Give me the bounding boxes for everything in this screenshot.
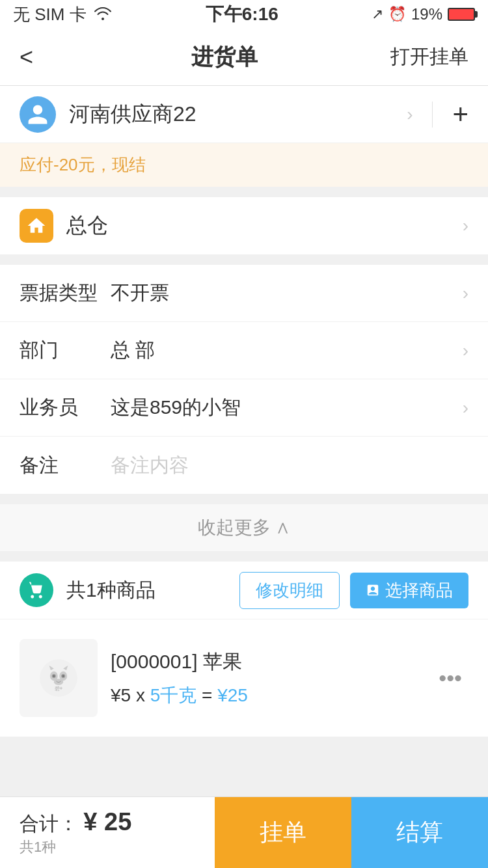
product-icon (20, 573, 53, 607)
supplier-section: 河南供应商22 › + 应付-20元，现结 (0, 86, 488, 187)
department-label: 部门 (20, 337, 111, 364)
product-thumbnail: 碧+ (20, 639, 98, 717)
main-content: 河南供应商22 › + 应付-20元，现结 总仓 › 票据类型 不开票 › 部门… (0, 86, 488, 815)
total-amount: ¥ 25 (83, 808, 131, 835)
status-right: ↗ ⏰ 19% (372, 5, 475, 23)
product-section: 共1种商品 修改明细 选择商品 (0, 562, 488, 737)
invoice-type-arrow: › (463, 283, 468, 304)
warehouse-icon (20, 209, 53, 243)
select-icon (366, 583, 380, 597)
select-product-label: 选择商品 (385, 579, 453, 602)
footer-count: 共1种 (20, 837, 215, 857)
product-image: 碧+ (39, 658, 78, 698)
supplier-avatar (20, 96, 56, 133)
salesman-label: 业务员 (20, 394, 111, 421)
product-code: [0000001] (111, 651, 197, 672)
nav-title: 进货单 (59, 42, 390, 72)
footer: 合计： ¥ 25 共1种 挂单 结算 (0, 796, 488, 868)
cart-icon (27, 580, 46, 600)
svg-point-6 (62, 675, 64, 677)
remark-label: 备注 (20, 452, 111, 479)
modify-detail-button[interactable]: 修改明细 (239, 572, 340, 609)
product-title: 苹果 (203, 651, 242, 672)
wifi-icon (93, 5, 113, 25)
house-icon (26, 215, 47, 236)
department-arrow: › (463, 340, 468, 361)
supplier-arrow-icon: › (407, 104, 413, 125)
product-price: ¥5 x 5千克 = ¥25 (111, 683, 419, 708)
battery-percent: 19% (411, 5, 442, 23)
location-icon: ↗ (372, 6, 383, 23)
product-quantity: 5千克 (150, 685, 197, 705)
total-label: 合计： (20, 813, 78, 834)
select-product-button[interactable]: 选择商品 (350, 573, 468, 608)
department-row[interactable]: 部门 总 部 › (0, 322, 488, 379)
warehouse-arrow-icon: › (463, 215, 468, 236)
remark-value[interactable]: 备注内容 (111, 452, 468, 479)
status-bar: 无 SIM 卡 下午6:16 ↗ ⏰ 19% (0, 0, 488, 29)
product-item: 碧+ [0000001] 苹果 ¥5 x 5千克 = ¥25 ••• (0, 619, 488, 737)
svg-point-5 (53, 675, 55, 677)
back-button[interactable]: < (20, 44, 59, 71)
product-name: [0000001] 苹果 (111, 649, 419, 675)
warehouse-name: 总仓 (66, 211, 463, 240)
suspend-button[interactable]: 挂单 (215, 797, 351, 869)
invoice-type-row[interactable]: 票据类型 不开票 › (0, 265, 488, 322)
footer-total-row: 合计： ¥ 25 (20, 808, 215, 837)
warehouse-section: 总仓 › (0, 197, 488, 254)
warehouse-row[interactable]: 总仓 › (0, 197, 488, 254)
supplier-name: 河南供应商22 (69, 100, 407, 129)
checkout-button[interactable]: 结算 (351, 797, 488, 869)
invoice-type-label: 票据类型 (20, 280, 111, 306)
product-info: [0000001] 苹果 ¥5 x 5千克 = ¥25 (111, 649, 419, 708)
product-total: ¥25 (217, 685, 248, 705)
person-icon (26, 103, 49, 126)
battery-icon (448, 8, 475, 21)
carrier-text: 无 SIM 卡 (13, 3, 87, 26)
status-time: 下午6:16 (206, 2, 278, 27)
salesman-arrow: › (463, 398, 468, 418)
nav-bar: < 进货单 打开挂单 (0, 29, 488, 86)
svg-point-7 (54, 679, 63, 685)
remark-row[interactable]: 备注 备注内容 (0, 437, 488, 494)
department-value: 总 部 (111, 337, 463, 364)
product-unit-price: ¥5 (111, 685, 131, 705)
alarm-icon: ⏰ (388, 6, 406, 23)
footer-total: 合计： ¥ 25 共1种 (0, 808, 215, 857)
product-count-label: 共1种商品 (66, 577, 239, 604)
add-supplier-button[interactable]: + (452, 101, 468, 128)
salesman-row[interactable]: 业务员 这是859的小智 › (0, 379, 488, 437)
product-multiply: x (136, 685, 150, 705)
product-equals: = (202, 685, 217, 705)
notice-row: 应付-20元，现结 (0, 143, 488, 187)
supplier-row[interactable]: 河南供应商22 › + (0, 86, 488, 143)
divider (432, 102, 433, 128)
product-header: 共1种商品 修改明细 选择商品 (0, 562, 488, 619)
form-section: 票据类型 不开票 › 部门 总 部 › 业务员 这是859的小智 › 备注 备注… (0, 265, 488, 494)
open-suspend-button[interactable]: 打开挂单 (390, 44, 468, 70)
salesman-value: 这是859的小智 (111, 394, 463, 421)
status-left: 无 SIM 卡 (13, 3, 113, 26)
svg-text:碧+: 碧+ (55, 685, 63, 692)
product-more-button[interactable]: ••• (432, 659, 468, 698)
collapse-row[interactable]: 收起更多 ∧ (0, 504, 488, 551)
invoice-type-value: 不开票 (111, 280, 463, 306)
